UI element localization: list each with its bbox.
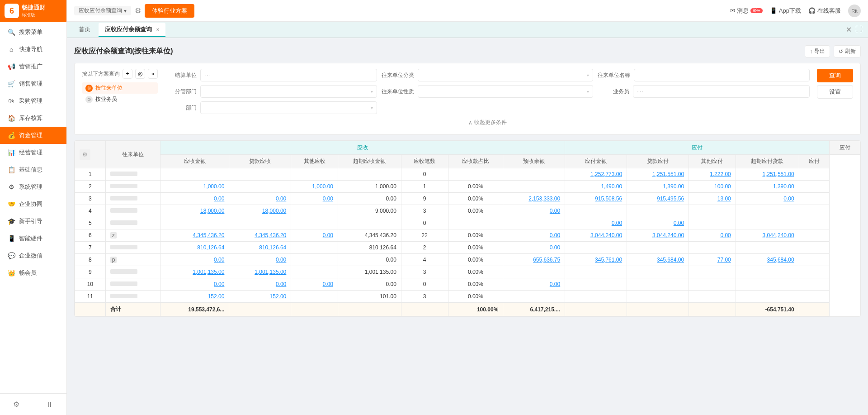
yewuyuan-dots: ··· [637,88,644,95]
jiesuan-input[interactable]: ··· [200,69,377,81]
filter-mode-partner[interactable]: ⑥ 按往来单位 [82,82,158,94]
solution-btn[interactable]: 体验行业方案 [145,4,194,18]
filter-row-bumen: 部门 ▾ [165,101,377,114]
table-row: 7810,126.64810,126.64810,126.6420.00%0.0… [75,242,860,254]
search-icon: 🔍 [7,29,15,36]
sidebar-item-quick[interactable]: ⌂快捷导航 [0,41,66,58]
wanglaixin-input[interactable]: ▾ [418,85,594,98]
export-btn[interactable]: ↑ 导出 [805,45,830,57]
col-prepay-header: 预收余额 [503,155,565,168]
jiesuan-label: 结算单位 [165,72,197,79]
sidebar-item-marketing[interactable]: 📢营销推广 [0,58,66,75]
filter-circle-btn[interactable]: ◎ [135,69,145,79]
tab-home[interactable]: 首页 [72,23,97,37]
filter-collapse-btn[interactable]: « [148,69,158,79]
page-header: 应收应付余额查询(按往来单位) ↑ 导出 ↺ 刷新 [74,45,861,57]
filter-row-wanglaixin: 往来单位性质 ▾ [382,85,594,98]
collab-icon: 🤝 [7,200,15,208]
user-avatar[interactable]: Rit [848,5,861,17]
sidebar-item-collab[interactable]: 🤝企业协同 [0,196,66,213]
tab-receivable[interactable]: 应收应付余额查询 × [99,23,165,37]
sidebar-item-search[interactable]: 🔍搜索菜单 [0,24,66,41]
topbar-right: ✉ 消息 99+ 📱 App下载 🎧 在线客服 Rit [730,5,861,17]
table-row: 418,000.0018,000.009,000.0030.00%0.00 [75,205,860,217]
fenguanbumon-input[interactable]: ▾ [200,85,377,98]
collapse-footer-btn[interactable]: ⏸ [41,398,59,411]
wanglaiming-label: 往来单位名称 [598,72,630,79]
table-row: 21,000.001,000.001,000.0010.00%1,490.001… [75,181,860,193]
sidebar-item-inventory[interactable]: 🏠库存核算 [0,110,66,127]
filter-mode-selector: 按以下方案查询 + ◎ « ⑥ 按往来单位 ⊙ 按业务员 [82,69,158,129]
page-title: 应收应付余额查询(按往来单位) [74,47,173,56]
col-pay-tail-header: 应付 [799,155,830,168]
yewuyuan-input[interactable]: ··· [633,85,810,98]
filter-add-btn[interactable]: + [123,69,132,79]
col-other-rec-header: 其他应收 [291,155,338,168]
col-rec-ratio-header: 应收款占比 [448,155,503,168]
sidebar-item-guide[interactable]: 🎓新手引导 [0,213,66,230]
table-row: 101,252,773.001,251,551.001,222.001,251,… [75,168,860,181]
sidebar-item-hardware[interactable]: 📱智能硬件 [0,230,66,247]
col-payable-group-header: 应付 [565,141,830,155]
col-overdue-pay-header: 超期应付货款 [736,155,799,168]
filter-row-wanglaiming: 往来单位名称 [598,69,810,81]
bumen-input[interactable]: ▾ [200,101,377,114]
sidebar-item-finance[interactable]: 💰资金管理 [0,127,66,144]
sidebar-item-operations[interactable]: 📊经营管理 [0,144,66,161]
topbar-breadcrumb: 应收应付余额查询 ▾ [74,6,131,15]
filter-mode-partner-icon: ⑥ [85,85,93,92]
sidebar-item-member[interactable]: 👑畅会员 [0,264,66,281]
sidebar-item-base[interactable]: 📋基础信息 [0,161,66,178]
col-settings-header: ⚙ [75,141,106,168]
filter-fields: 结算单位 ··· 往来单位分类 ▾ [165,69,810,129]
table-settings-icon[interactable]: ⚙ [80,149,90,160]
wanglaifenlei-input[interactable]: ▾ [418,69,594,81]
table-row: 91,001,135.001,001,135.001,001,135.0030.… [75,266,860,278]
tab-close-btn[interactable]: × [156,27,159,32]
sidebar-item-system[interactable]: ⚙系统管理 [0,178,66,196]
tabs-bar: 首页 应收应付余额查询 × ✕ ⛶ [67,22,868,38]
query-btn[interactable]: 查询 [817,69,853,82]
fenguanbumon-arrow: ▾ [371,89,373,94]
bumen-label: 部门 [165,104,197,112]
col-rec-count-header: 应收笔数 [401,155,448,168]
member-icon: 👑 [7,269,15,277]
sidebar-item-purchase[interactable]: 🛍采购管理 [0,92,66,110]
sidebar-item-sales[interactable]: 🛒销售管理 [0,75,66,92]
service-btn[interactable]: 🎧 在线客服 [808,7,841,15]
settings-footer-btn[interactable]: ⚙ [8,397,25,411]
inventory-icon: 🏠 [7,114,15,122]
total-prepay: 6,417,215.... [503,303,565,316]
sidebar-item-wechat[interactable]: 💬企业微信 [0,247,66,264]
message-btn[interactable]: ✉ 消息 99+ [730,7,763,15]
filter-mode-salesman[interactable]: ⊙ 按业务员 [82,94,158,105]
hardware-icon: 📱 [7,235,15,242]
app-logo: 6 畅捷通财 标准版 [0,0,66,22]
quick-icon: ⌂ [7,46,15,53]
refresh-btn[interactable]: ↺ 刷新 [834,45,861,57]
app-download-btn[interactable]: 📱 App下载 [770,7,801,15]
data-table: ⚙ 往来单位 应收 应付 应付 应收金额 贷款应收 其他应收 超期应收金额 应收… [75,141,860,316]
collapse-more-btn[interactable]: ∧ 收起更多条件 [165,116,810,129]
total-rec-ratio: 100.00% [448,303,503,316]
topbar-gear-icon[interactable]: ⚙ [135,6,141,15]
guide-icon: 🎓 [7,218,15,225]
sidebar-menu: 🔍搜索菜单⌂快捷导航📢营销推广🛒销售管理🛍采购管理🏠库存核算💰资金管理📊经营管理… [0,22,66,393]
col-rec-amount-header: 应收金额 [160,155,229,168]
col-pay-amount-header: 应付金额 [565,155,627,168]
table-row: 8p0.000.000.0040.00%655,636.75345,761.00… [75,254,860,266]
col-loan-rec-header: 贷款应收 [229,155,291,168]
page-content: 应收应付余额查询(按往来单位) ↑ 导出 ↺ 刷新 按以下方案查询 [67,38,868,415]
setting-btn[interactable]: 设置 [817,85,853,99]
filter-row-wanglaifenlei: 往来单位分类 ▾ [382,69,594,81]
col-receivable-group-header: 应收 [160,141,565,155]
sidebar-footer: ⚙ ⏸ [0,393,66,415]
wanglaiming-input[interactable] [634,69,810,81]
export-icon: ↑ [810,48,812,55]
col-partner-header: 往来单位 [105,141,160,168]
tab-close-window-btn[interactable]: ✕ [846,25,852,34]
table-row: 100.000.000.000.0000.00%0.00 [75,278,860,291]
total-row: 合计 19,553,472,6... 100.00% 6,417,215....… [75,303,860,316]
tab-maximize-btn[interactable]: ⛶ [855,25,863,34]
filter-by-label: 按以下方案查询 [82,70,120,78]
